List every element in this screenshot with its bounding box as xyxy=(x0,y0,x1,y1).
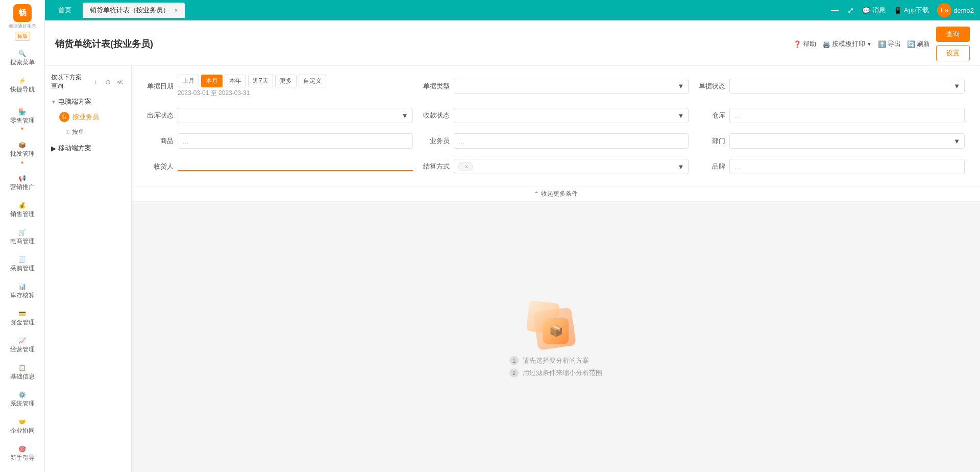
content: 销货单统计表(按业务员) ❓ 帮助 🖨️ 按模板打印 ▼ ⬆️ 导出 xyxy=(45,20,980,472)
date-btn-thisyear[interactable]: 本年 xyxy=(225,75,246,87)
lp-section-pc-header[interactable]: ▼ 电脑端方案 xyxy=(45,95,131,109)
payment-chevron-icon: ▼ xyxy=(677,163,684,171)
mobile-arrow-icon: ▶ xyxy=(51,145,56,152)
lp-add-icon[interactable]: + xyxy=(90,77,101,87)
system-icon: ⚙️ xyxy=(18,391,26,398)
sidebar-item-ecommerce[interactable]: 🛒 电商管理 xyxy=(2,225,43,250)
sidebar-item-search[interactable]: 🔍 搜索菜单 xyxy=(2,46,43,71)
topbar-right: — ⤢ 💬 消息 📱 App下载 Ea demo2 xyxy=(831,3,974,17)
doc-type-select[interactable]: ▼ xyxy=(454,79,689,94)
sidebar-item-appstore[interactable]: 🔲 应用中心 xyxy=(2,468,43,472)
receipt-status-chevron-icon: ▼ xyxy=(677,112,684,120)
active-tab[interactable]: 销货单统计表（按业务员） × xyxy=(83,3,185,18)
date-btn-7days[interactable]: 近7天 xyxy=(248,75,273,87)
sidebar-item-operation[interactable]: 📈 经营管理 xyxy=(2,333,43,358)
filter-row-4: 收货人 … 结算方式 × xyxy=(142,156,970,177)
sidebar-item-system[interactable]: ⚙️ 系统管理 xyxy=(2,387,43,412)
left-panel: 按以下方案查询 + ⊙ ≪ ▼ 电脑端方案 业 按业务员 xyxy=(45,66,132,472)
filter-row-2: 出库状态 ▼ 收款状态 ▼ xyxy=(142,105,970,126)
empty-state: 📦 1 请先选择要分析的方案 2 用过滤条件来缩小分析范围 xyxy=(132,202,980,472)
refresh-icon: 🔄 xyxy=(907,40,915,48)
home-tab[interactable]: 首页 xyxy=(51,3,79,18)
topbar: 首页 销货单统计表（按业务员） × — ⤢ 💬 消息 📱 App下载 Ea de… xyxy=(45,0,980,20)
template-print-button[interactable]: 🖨️ 按模板打印 ▼ xyxy=(822,39,872,49)
receipt-status-select[interactable]: ▼ xyxy=(454,108,689,123)
quicknav-icon: ⚡ xyxy=(18,77,26,84)
messages-button[interactable]: 💬 消息 xyxy=(862,6,886,15)
content-header: 销货单统计表(按业务员) ❓ 帮助 🖨️ 按模板打印 ▼ ⬆️ 导出 xyxy=(45,20,980,66)
setting-button[interactable]: 设置 xyxy=(936,45,970,61)
enterprise-icon: 🤝 xyxy=(18,418,26,426)
download-icon: 📱 xyxy=(894,7,902,14)
tip-num-1: 1 xyxy=(509,356,519,365)
date-btn-lastmonth[interactable]: 上月 xyxy=(178,75,199,87)
app-download-button[interactable]: 📱 App下载 xyxy=(894,6,929,15)
finance-icon: 💳 xyxy=(18,310,26,317)
pc-arrow-icon: ▼ xyxy=(51,99,56,105)
wholesale-expand-icon: ▲ xyxy=(20,159,24,164)
sidebar-item-inventory[interactable]: 📊 库存核算 xyxy=(2,279,43,304)
sidebar-item-retail[interactable]: 🏪 零售管理 ▼ xyxy=(2,104,43,135)
filter-cell-goods: 商品 … xyxy=(142,131,418,151)
main-area: 首页 销货单统计表（按业务员） × — ⤢ 💬 消息 📱 App下载 Ea de… xyxy=(45,0,980,472)
sidebar-item-marketing[interactable]: 📢 营销推广 xyxy=(2,171,43,196)
lp-section-mobile-header[interactable]: ▶ 移动端方案 xyxy=(45,141,131,155)
message-icon: 💬 xyxy=(862,7,870,14)
lp-item-byorder[interactable]: ⊕ 按单 xyxy=(45,125,131,139)
date-btn-custom[interactable]: 自定义 xyxy=(299,75,326,87)
sidebar-item-finance[interactable]: 💳 资金管理 xyxy=(2,306,43,331)
user-profile[interactable]: Ea demo2 xyxy=(937,3,974,17)
sidebar-item-sales[interactable]: 💰 销售管理 xyxy=(2,198,43,223)
goods-select[interactable]: … xyxy=(178,133,413,149)
query-button[interactable]: 查询 xyxy=(936,27,970,42)
doc-status-chevron-icon: ▼ xyxy=(953,82,960,90)
sidebar-item-guide[interactable]: 🎯 新手引导 xyxy=(2,441,43,466)
department-select[interactable]: ▼ xyxy=(729,133,965,149)
date-btn-more[interactable]: 更多 xyxy=(275,75,297,87)
search-icon: 🔍 xyxy=(18,50,26,57)
lp-item-salesperson[interactable]: 业 按业务员 xyxy=(45,109,131,125)
empty-box-main: 📦 xyxy=(543,318,569,344)
payment-select[interactable]: × ▼ xyxy=(454,159,689,174)
filter-cell-docstatus: 单据状态 ▼ xyxy=(694,72,970,100)
collapse-bar[interactable]: ⌃ 收起更多条件 xyxy=(132,186,980,202)
sidebar-item-basic[interactable]: 📋 基础信息 xyxy=(2,360,43,385)
sidebar-item-quicknav[interactable]: ⚡ 快捷导航 xyxy=(2,73,43,98)
lp-collapse-icon[interactable]: ≪ xyxy=(115,77,125,87)
tip-num-2: 2 xyxy=(509,368,519,377)
sidebar-item-enterprise[interactable]: 🤝 企业协同 xyxy=(2,414,43,439)
payment-tag-close[interactable]: × xyxy=(465,163,468,170)
consignee-input[interactable]: … xyxy=(178,162,413,171)
filter-row-3: 商品 … 业务员 … 部门 xyxy=(142,131,970,151)
doc-status-select[interactable]: ▼ xyxy=(729,79,965,94)
page-title: 销货单统计表(按业务员) xyxy=(55,38,153,50)
refresh-button[interactable]: 🔄 刷新 xyxy=(907,39,930,49)
export-button[interactable]: ⬆️ 导出 xyxy=(878,39,901,49)
sidebar-item-purchase[interactable]: 🧾 采购管理 xyxy=(2,252,43,277)
filter-cell-brand: 品牌 … xyxy=(694,156,970,177)
purchase-icon: 🧾 xyxy=(18,256,26,263)
out-status-select[interactable]: ▼ xyxy=(178,108,413,123)
basic-icon: 📋 xyxy=(18,364,26,371)
sidebar-item-wholesale[interactable]: 📦 批发管理 ▲ xyxy=(2,137,43,169)
help-button[interactable]: ❓ 帮助 xyxy=(793,39,816,49)
lp-header: 按以下方案查询 + ⊙ ≪ xyxy=(45,70,131,93)
filter-cell-consignee: 收货人 … xyxy=(142,156,418,177)
operation-icon: 📈 xyxy=(18,337,26,344)
doc-type-chevron-icon: ▼ xyxy=(677,82,684,90)
tab-close-icon[interactable]: × xyxy=(175,7,178,13)
retail-icon: 🏪 xyxy=(18,108,26,115)
filter-cell-date: 单据日期 上月 本月 本年 近7天 更多 自定义 20 xyxy=(142,72,418,100)
date-btn-thismonth[interactable]: 本月 xyxy=(201,75,223,87)
guide-icon: 🎯 xyxy=(18,445,26,453)
salesperson-select[interactable]: … xyxy=(454,133,689,149)
sales-icon: 💰 xyxy=(18,202,26,209)
export-icon: ⬆️ xyxy=(878,40,886,48)
empty-tip-1: 1 请先选择要分析的方案 xyxy=(509,356,602,365)
window-minimize-icon[interactable]: — xyxy=(831,6,839,15)
warehouse-select[interactable]: … xyxy=(729,108,965,123)
retail-expand-icon: ▼ xyxy=(20,126,24,131)
window-maximize-icon[interactable]: ⤢ xyxy=(847,6,854,15)
lp-refresh-icon[interactable]: ⊙ xyxy=(103,77,113,87)
brand-select[interactable]: … xyxy=(729,159,965,174)
